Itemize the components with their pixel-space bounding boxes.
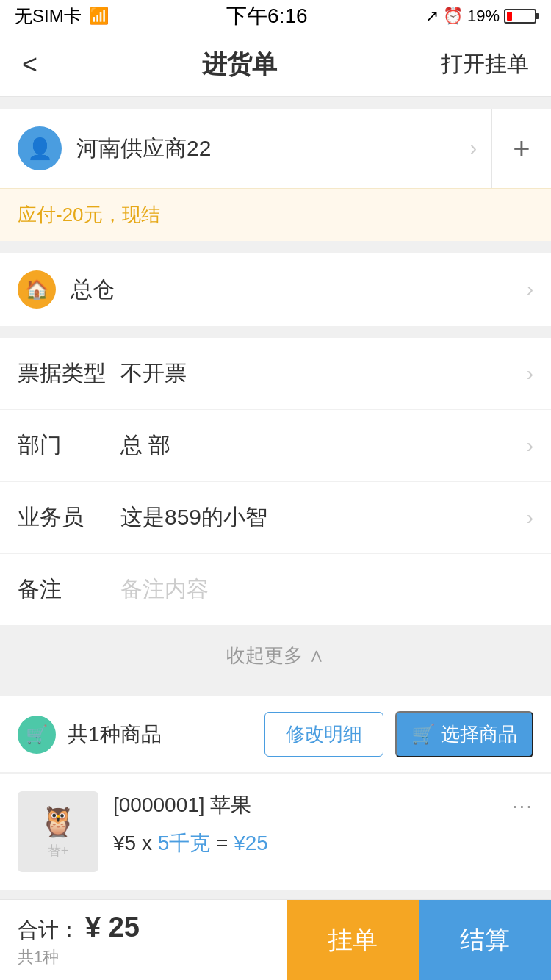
salesman-label: 业务员: [18, 502, 120, 533]
product-code: [0000001]: [113, 793, 205, 816]
placeholder-owl-icon: 🦉: [40, 804, 76, 839]
product-more-button[interactable]: ···: [489, 791, 533, 818]
invoice-type-value: 不开票: [120, 359, 519, 389]
product-name: [0000001] 苹果: [113, 791, 489, 819]
status-left: 无SIM卡 📶: [15, 4, 109, 28]
alarm-icon: ⏰: [443, 7, 463, 26]
unit-price: ¥5: [113, 832, 136, 854]
invoice-type-row[interactable]: 票据类型 不开票 ›: [0, 338, 551, 410]
carrier-label: 无SIM卡: [15, 4, 82, 28]
products-icon: 🛒: [18, 716, 56, 754]
remark-row[interactable]: 备注 备注内容: [0, 554, 551, 625]
time-label: 下午6:16: [226, 2, 308, 30]
salesman-value: 这是859的小智: [120, 502, 519, 533]
chevron-right-icon: ›: [527, 362, 533, 386]
bottom-bar: 合计： ¥ 25 共1种 挂单 结算: [0, 899, 551, 980]
chevron-right-icon: ›: [470, 137, 477, 160]
department-label: 部门: [18, 430, 120, 461]
location-icon: ↗: [425, 7, 439, 26]
chevron-right-icon: ›: [527, 434, 533, 458]
select-product-label: 选择商品: [441, 721, 517, 747]
products-header: 🛒 共1种商品 修改明细 🛒 选择商品: [0, 696, 551, 773]
total-section: 合计： ¥ 25 共1种: [0, 900, 287, 980]
subtotal: ¥25: [234, 832, 268, 854]
hang-button[interactable]: 挂单: [287, 900, 419, 980]
status-right: ↗ ⏰ 19%: [425, 7, 536, 26]
chevron-right-icon: ›: [527, 278, 533, 301]
product-price: ¥5 x 5千克 = ¥25: [113, 829, 489, 857]
nav-bar: < 进货单 打开挂单: [0, 32, 551, 97]
total-count: 共1种: [18, 948, 59, 966]
warehouse-name: 总仓: [71, 275, 519, 305]
department-value: 总 部: [120, 430, 519, 461]
supplier-section: 👤 河南供应商22 › +: [0, 109, 551, 188]
back-button[interactable]: <: [22, 49, 37, 80]
collapse-button[interactable]: 收起更多 ∧: [0, 627, 551, 685]
total-label: 合计：: [18, 916, 79, 944]
remark-placeholder: 备注内容: [120, 574, 533, 605]
payment-notice: 应付-20元，现结: [0, 188, 551, 241]
form-section: 票据类型 不开票 › 部门 总 部 › 业务员 这是859的小智 › 备注 备注…: [0, 338, 551, 625]
warehouse-row[interactable]: 🏠 总仓 ›: [0, 253, 551, 326]
chevron-right-icon: ›: [527, 506, 533, 530]
more-icon: ···: [512, 794, 533, 818]
battery-icon: [504, 9, 536, 24]
product-info: [0000001] 苹果 ¥5 x 5千克 = ¥25: [113, 791, 489, 857]
open-hang-button[interactable]: 打开挂单: [441, 49, 529, 79]
supplier-selector[interactable]: 👤 河南供应商22 ›: [0, 109, 492, 188]
product-item: 🦉 替+ [0000001] 苹果 ¥5 x 5千克 = ¥25 ···: [0, 773, 551, 890]
supplier-name: 河南供应商22: [76, 134, 463, 164]
checkout-button[interactable]: 结算: [419, 900, 551, 980]
product-title: 苹果: [210, 793, 251, 816]
modify-detail-button[interactable]: 修改明细: [264, 712, 383, 757]
salesman-row[interactable]: 业务员 这是859的小智 ›: [0, 482, 551, 554]
department-row[interactable]: 部门 总 部 ›: [0, 410, 551, 482]
owl-label: 替+: [48, 842, 69, 860]
battery-percent: 19%: [467, 7, 500, 26]
invoice-type-label: 票据类型: [18, 359, 120, 389]
cart-small-icon: 🛒: [411, 723, 435, 746]
page-title: 进货单: [202, 48, 277, 82]
add-supplier-button[interactable]: +: [492, 109, 551, 188]
warehouse-icon: 🏠: [18, 270, 56, 309]
products-section: 🛒 共1种商品 修改明细 🛒 选择商品 🦉 替+ [0000001] 苹果 ¥5…: [0, 696, 551, 890]
product-thumbnail: 🦉 替+: [18, 791, 98, 872]
supplier-avatar: 👤: [18, 126, 62, 170]
avatar-icon: 👤: [27, 137, 53, 161]
house-icon: 🏠: [25, 278, 48, 301]
warehouse-section: 🏠 总仓 ›: [0, 253, 551, 326]
quantity: 5千克: [158, 832, 211, 854]
total-amount: ¥ 25: [85, 912, 140, 943]
cart-icon: 🛒: [26, 724, 48, 745]
products-count: 共1种商品: [68, 721, 264, 749]
select-product-button[interactable]: 🛒 选择商品: [395, 711, 533, 757]
status-bar: 无SIM卡 📶 下午6:16 ↗ ⏰ 19%: [0, 0, 551, 32]
remark-label: 备注: [18, 574, 120, 605]
wifi-icon: 📶: [89, 7, 109, 26]
